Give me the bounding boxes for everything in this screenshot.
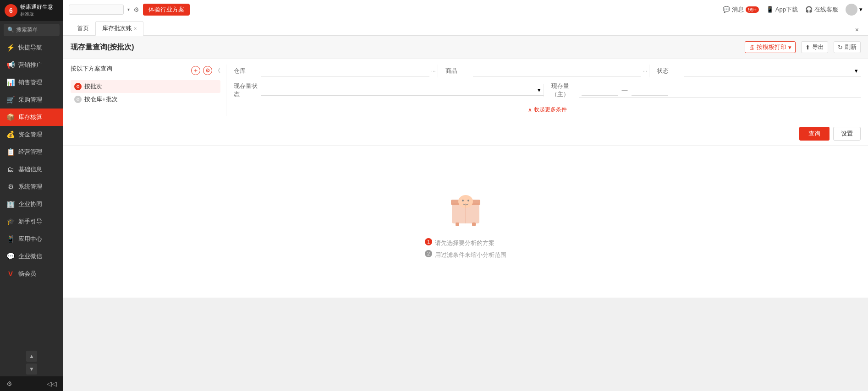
- product-label: 商品: [445, 67, 473, 75]
- sidebar-search[interactable]: 🔍 搜索菜单: [4, 24, 60, 36]
- empty-tip-2-text: 用过滤条件来缩小分析范围: [435, 249, 506, 261]
- page-panel: 现存量查询(按批次) 🖨 按模板打印 ▾ ⬆ 导出 ↻: [63, 36, 868, 298]
- online-support-action[interactable]: 🎧 在线客服: [805, 5, 838, 14]
- tab-right: ×: [853, 24, 861, 35]
- finance-label: 资金管理: [18, 130, 42, 139]
- sidebar-item-operations[interactable]: 📋 经营管理: [0, 143, 63, 161]
- quantity-max-input[interactable]: [632, 85, 668, 96]
- settings-icon[interactable]: ⚙: [6, 380, 12, 387]
- search-label: 搜索菜单: [16, 26, 38, 34]
- sidebar-item-apps[interactable]: 📱 应用中心: [0, 230, 63, 248]
- collapse-conditions-bar[interactable]: ∧ 收起更多条件: [234, 103, 861, 116]
- app-download-action[interactable]: 📱 App下载: [766, 5, 798, 14]
- topbar-gear-icon[interactable]: ⚙: [133, 6, 139, 13]
- scheme-warehouse-label: 按仓库+批次: [84, 95, 118, 103]
- export-icon: ⬆: [805, 44, 810, 51]
- sidebar-item-finance[interactable]: 💰 资金管理: [0, 126, 63, 143]
- sidebar-item-marketing[interactable]: 📢 营销推广: [0, 56, 63, 74]
- app-download-label: App下载: [775, 5, 798, 14]
- svg-rect-6: [456, 223, 459, 226]
- close-panel-btn[interactable]: ×: [853, 24, 861, 35]
- wechat-label: 企业微信: [18, 252, 42, 261]
- user-area[interactable]: ▾: [846, 4, 863, 16]
- refresh-label: 刷新: [845, 43, 857, 51]
- quantity-min-input[interactable]: [582, 85, 618, 96]
- scroll-down-btn[interactable]: ▼: [26, 364, 37, 375]
- filter-actions: + ⚙ 《: [191, 66, 220, 75]
- member-label: 畅会员: [18, 270, 36, 278]
- product-more-btn[interactable]: ···: [641, 68, 649, 74]
- guide-icon: 🎓: [6, 217, 15, 226]
- quick-nav-icon: ⚡: [6, 43, 15, 52]
- topbar-search-chevron[interactable]: ▾: [127, 7, 130, 12]
- print-btn[interactable]: 🖨 按模板打印 ▾: [745, 41, 796, 53]
- status-select[interactable]: ▾: [684, 65, 861, 76]
- inventory-label: 库存核算: [18, 113, 42, 121]
- sidebar-item-basics[interactable]: 🗂 基础信息: [0, 161, 63, 178]
- stock-status-select[interactable]: ▾: [261, 85, 544, 96]
- scheme-batch-icon: ⚙: [74, 83, 82, 90]
- status-label: 状态: [657, 67, 684, 75]
- filter-divider-2: [649, 65, 649, 77]
- warehouse-field: 仓库 ···: [234, 65, 438, 76]
- tab-inventory-batch-label: 库存批次账: [102, 24, 132, 33]
- scroll-up-btn[interactable]: ▲: [26, 351, 37, 362]
- sidebar-item-enterprise[interactable]: 🏢 企业协同: [0, 196, 63, 213]
- main-quantity-field: 现存量（主） —: [551, 82, 861, 98]
- export-label: 导出: [812, 43, 824, 51]
- company-name: 畅康通好生意: [20, 4, 53, 11]
- stock-status-field: 现存量状态 ▾: [234, 82, 544, 98]
- page-header: 现存量查询(按批次) 🖨 按模板打印 ▾ ⬆ 导出 ↻: [63, 36, 868, 59]
- scheme-label: 按以下方案查询: [71, 65, 112, 73]
- tab-home[interactable]: 首页: [71, 22, 95, 35]
- collapse-scheme-btn[interactable]: 《: [215, 67, 220, 75]
- scheme-item-warehouse-batch[interactable]: ⚙ 按仓库+批次: [71, 93, 220, 106]
- page-title: 现存量查询(按批次): [71, 43, 134, 52]
- sidebar-item-inventory[interactable]: 📦 库存核算: [0, 109, 63, 126]
- wechat-icon: 💬: [6, 252, 15, 261]
- user-avatar: [846, 4, 857, 16]
- sidebar-item-member[interactable]: V 畅会员: [0, 265, 63, 282]
- empty-tip-1: 1 请先选择要分析的方案: [425, 237, 506, 249]
- refresh-btn[interactable]: ↻ 刷新: [834, 41, 861, 53]
- sidebar-item-system[interactable]: ⚙ 系统管理: [0, 178, 63, 196]
- empty-state: 1 请先选择要分析的方案 2 用过滤条件来缩小分析范围: [63, 146, 868, 298]
- collapse-sidebar-icon[interactable]: ◁◁: [47, 380, 57, 387]
- export-btn[interactable]: ⬆ 导出: [801, 41, 828, 53]
- query-btn[interactable]: 查询: [799, 127, 830, 141]
- sidebar-item-wechat[interactable]: 💬 企业微信: [0, 248, 63, 265]
- warehouse-more-btn[interactable]: ···: [429, 68, 438, 74]
- sidebar-item-sales[interactable]: 📊 销售管理: [0, 74, 63, 91]
- setting-btn[interactable]: 设置: [833, 127, 861, 141]
- sales-label: 销售管理: [18, 78, 42, 87]
- scheme-setting-btn[interactable]: ⚙: [203, 66, 212, 75]
- warehouse-input[interactable]: [261, 65, 429, 76]
- message-action[interactable]: 💬 消息 99+: [723, 5, 759, 14]
- enterprise-icon: 🏢: [6, 200, 15, 208]
- sidebar-item-guide[interactable]: 🎓 新手引导: [0, 213, 63, 230]
- empty-tip-1-text: 请先选择要分析的方案: [435, 237, 494, 249]
- topbar-search-input[interactable]: [69, 5, 124, 15]
- svg-rect-7: [472, 223, 476, 226]
- sidebar-item-quick-nav[interactable]: ⚡ 快捷导航: [0, 39, 63, 56]
- filter-divider-1: [438, 65, 438, 77]
- scheme-warehouse-icon: ⚙: [74, 96, 82, 103]
- product-input[interactable]: [473, 65, 641, 76]
- add-scheme-btn[interactable]: +: [191, 66, 200, 75]
- tab-close-icon[interactable]: ×: [134, 26, 137, 31]
- empty-tip-2: 2 用过滤条件来缩小分析范围: [425, 249, 506, 261]
- enterprise-label: 企业协同: [18, 200, 42, 208]
- search-icon: 🔍: [7, 27, 14, 33]
- industry-solution-btn[interactable]: 体验行业方案: [143, 4, 190, 16]
- filter-row-1: 仓库 ··· 商品 ···: [234, 65, 861, 77]
- stock-status-chevron-icon: ▾: [538, 87, 541, 93]
- scheme-item-batch[interactable]: ⚙ 按批次: [71, 80, 220, 93]
- system-icon: ⚙: [6, 183, 15, 191]
- topbar-right: 💬 消息 99+ 📱 App下载 🎧 在线客服 ▾: [723, 4, 863, 16]
- tab-inventory-batch[interactable]: 库存批次账 ×: [95, 21, 143, 36]
- sidebar-item-purchase[interactable]: 🛒 采购管理: [0, 91, 63, 109]
- empty-illustration: [443, 182, 489, 228]
- filter-fields-panel: 仓库 ··· 商品 ···: [226, 65, 861, 116]
- page-content: 现存量查询(按批次) 🖨 按模板打印 ▾ ⬆ 导出 ↻: [63, 36, 868, 391]
- quantity-range-field: —: [579, 83, 861, 98]
